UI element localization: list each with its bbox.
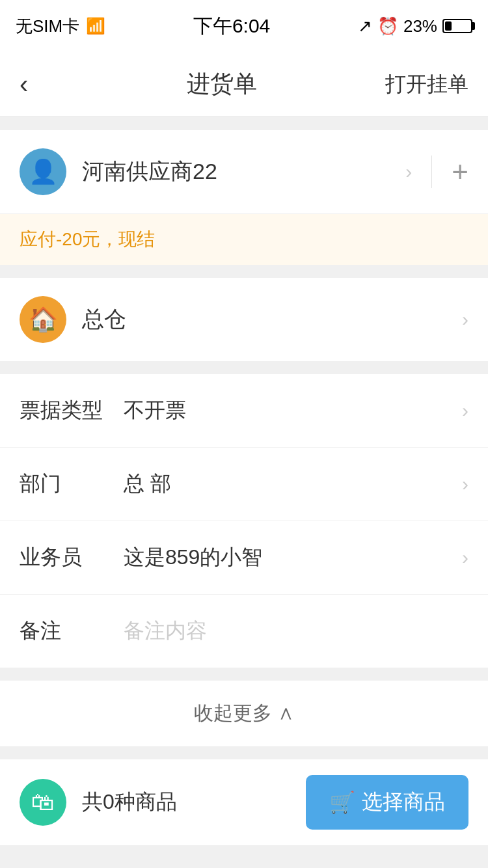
form-section: 票据类型 不开票 › 部门 总 部 › 业务员 这是859的小智 › 备注 备注… — [0, 374, 488, 668]
carrier-text: 无SIM卡 — [16, 15, 79, 38]
salesperson-value: 这是859的小智 — [111, 543, 462, 572]
status-bar: 无SIM卡 📶 下午6:04 ↗ ⏰ 23% — [0, 0, 488, 52]
alarm-icon: ⏰ — [377, 16, 398, 36]
department-row[interactable]: 部门 总 部 › — [0, 448, 488, 521]
invoice-type-label: 票据类型 — [20, 396, 111, 425]
warehouse-icon: 🏠 — [29, 306, 58, 333]
avatar-icon: 👤 — [29, 158, 58, 185]
select-product-icon: 🛒 — [329, 790, 355, 815]
back-button[interactable]: ‹ — [20, 70, 59, 99]
salesperson-row[interactable]: 业务员 这是859的小智 › — [0, 521, 488, 595]
product-bar: 🛍 共0种商品 🛒 选择商品 — [0, 759, 488, 845]
product-icon: 🛍 — [31, 789, 55, 816]
department-arrow: › — [462, 473, 468, 495]
supplier-avatar: 👤 — [20, 148, 66, 195]
department-label: 部门 — [20, 470, 111, 498]
warehouse-section: 🏠 总仓 › — [0, 278, 488, 361]
product-count: 共0种商品 — [82, 788, 306, 817]
salesperson-arrow: › — [462, 547, 468, 569]
collapse-button[interactable]: 收起更多 ∧ — [0, 681, 488, 746]
supplier-name: 河南供应商22 — [82, 157, 405, 187]
status-right: ↗ ⏰ 23% — [358, 16, 472, 36]
select-product-label: 选择商品 — [362, 788, 445, 817]
location-icon: ↗ — [358, 16, 372, 36]
nav-bar: ‹ 进货单 打开挂单 — [0, 52, 488, 117]
notice-text: 应付-20元，现结 — [20, 229, 155, 249]
status-time: 下午6:04 — [193, 13, 270, 40]
gray-background — [0, 845, 488, 868]
supplier-arrow-icon: › — [405, 161, 412, 183]
salesperson-label: 业务员 — [20, 543, 111, 572]
warehouse-row[interactable]: 🏠 总仓 › — [0, 278, 488, 361]
remark-row[interactable]: 备注 备注内容 — [0, 595, 488, 668]
supplier-row[interactable]: 👤 河南供应商22 › + — [0, 130, 488, 214]
battery-text: 23% — [403, 16, 437, 36]
warehouse-arrow-icon: › — [462, 308, 468, 331]
invoice-type-row[interactable]: 票据类型 不开票 › — [0, 374, 488, 448]
remark-input[interactable]: 备注内容 — [111, 617, 468, 645]
warehouse-label: 总仓 — [82, 305, 462, 334]
top-divider — [0, 117, 488, 130]
invoice-type-arrow: › — [462, 400, 468, 422]
department-value: 总 部 — [111, 470, 462, 498]
battery-icon — [442, 19, 472, 33]
remark-label: 备注 — [20, 617, 111, 645]
product-icon-wrap: 🛍 — [20, 779, 66, 826]
add-supplier-button[interactable]: + — [431, 156, 468, 188]
open-pending-button[interactable]: 打开挂单 — [385, 70, 468, 99]
select-product-button[interactable]: 🛒 选择商品 — [306, 775, 468, 830]
page-title: 进货单 — [187, 68, 257, 100]
invoice-type-value: 不开票 — [111, 396, 462, 425]
status-carrier: 无SIM卡 📶 — [16, 15, 105, 38]
supplier-section: 👤 河南供应商22 › + 应付-20元，现结 — [0, 130, 488, 265]
notice-bar: 应付-20元，现结 — [0, 214, 488, 265]
wifi-icon: 📶 — [86, 17, 105, 35]
warehouse-icon-wrap: 🏠 — [20, 296, 66, 343]
